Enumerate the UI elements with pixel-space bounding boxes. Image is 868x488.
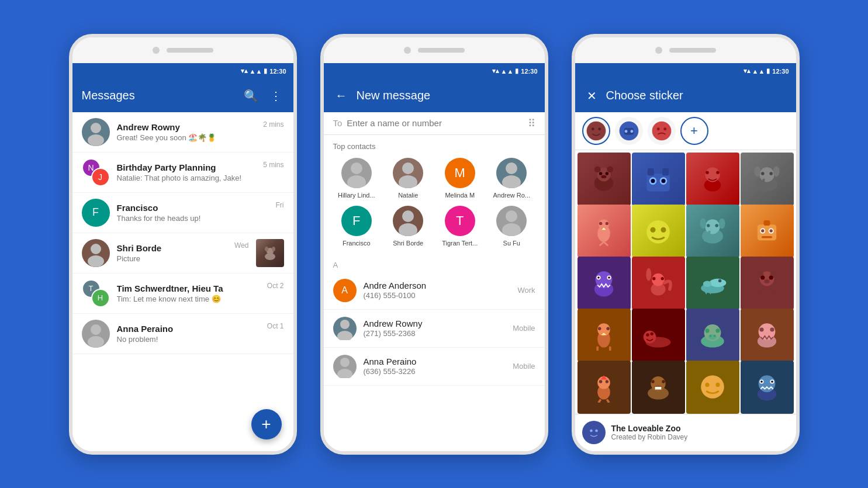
sticker-5[interactable] <box>577 205 631 258</box>
svg-rect-80 <box>764 220 770 226</box>
search-icon[interactable]: 🔍 <box>241 86 261 105</box>
contact-row-andre[interactable]: A Andre Anderson (416) 555-0100 Work <box>324 272 545 310</box>
contact-row-andrew2[interactable]: Andrew Rowny (271) 555-2368 Mobile <box>324 310 545 348</box>
svg-point-77 <box>761 229 764 232</box>
sticker-add-tab[interactable]: + <box>680 117 708 145</box>
sticker-11[interactable] <box>686 257 739 310</box>
contact-name-andre: Andre Anderson <box>364 281 511 290</box>
sticker-16[interactable] <box>741 309 794 362</box>
contact-name-anna2: Anna Peraino <box>364 357 506 366</box>
sticker-17[interactable] <box>577 361 631 414</box>
contact-andrew-r[interactable]: Andrew Ro... <box>488 158 535 199</box>
svg-point-78 <box>770 229 773 232</box>
sticker-20[interactable] <box>741 361 794 414</box>
contact-sufu[interactable]: Su Fu <box>488 206 535 247</box>
sticker-tab-3[interactable] <box>648 117 676 145</box>
message-item-francisco[interactable]: F Francisco Thanks for the heads up! Fri <box>72 193 293 233</box>
top-contacts-row1: Hillary Lind... Natalie M Melinda M <box>333 158 535 199</box>
avatar-anna-svg <box>82 320 110 348</box>
battery-icon-3: ▮ <box>766 67 770 75</box>
svg-line-64 <box>604 242 608 245</box>
sticker-15[interactable] <box>686 309 739 362</box>
sticker-monster1 <box>642 163 674 195</box>
sticker-3[interactable] <box>686 153 739 206</box>
contact-type-andrew2: Mobile <box>513 324 535 333</box>
signal-icon-3: ▲▲ <box>752 68 765 75</box>
menu-icon[interactable]: ⋮ <box>268 86 284 105</box>
message-preview-francisco: Thanks for the heads up! <box>117 214 269 223</box>
sticker-1[interactable] <box>577 153 631 206</box>
svg-rect-138 <box>658 387 661 390</box>
svg-point-128 <box>599 380 602 383</box>
compose-fab[interactable]: + <box>251 409 282 439</box>
sticker-tab-face-icon <box>651 120 672 141</box>
avatar-shri <box>82 239 110 267</box>
sticker-19[interactable] <box>686 361 739 414</box>
sticker-elephant1 <box>751 163 783 195</box>
avatar-andrew <box>82 118 110 146</box>
svg-point-25 <box>591 127 594 130</box>
message-item-tim[interactable]: T H Tim Schwerdtner, Hieu Ta Tim: Let me… <box>72 274 293 314</box>
sticker-lying <box>642 319 674 351</box>
svg-point-16 <box>402 210 414 222</box>
message-item-birthday[interactable]: N J Birthday Party Planning Natalie: Tha… <box>72 153 293 193</box>
contact-name-hillary: Hillary Lind... <box>337 192 376 199</box>
sticker-pack-title: The Loveable Zoo <box>611 424 789 433</box>
top-contacts-row2: F Francisco Shri Borde T Tigran Tert... <box>333 206 535 247</box>
contact-melinda[interactable]: M Melinda M <box>437 158 484 199</box>
dialpad-icon[interactable]: ⠿ <box>528 117 535 130</box>
sticker-4[interactable] <box>741 153 794 206</box>
sticker-9[interactable] <box>577 257 631 310</box>
speaker <box>167 48 213 53</box>
svg-point-67 <box>661 227 666 233</box>
contact-tigran[interactable]: T Tigran Tert... <box>437 206 484 247</box>
svg-point-54 <box>754 166 760 176</box>
sticker-12[interactable] <box>741 257 794 310</box>
avatar-francisco2: F <box>341 206 372 236</box>
sticker-18[interactable] <box>632 361 685 414</box>
contact-natalie[interactable]: Natalie <box>385 158 432 199</box>
back-icon[interactable]: ← <box>333 86 350 105</box>
sticker-6[interactable] <box>632 205 685 258</box>
contact-row-anna2[interactable]: Anna Peraino (636) 555-3226 Mobile <box>324 348 545 386</box>
message-item-anna[interactable]: Anna Peraino No problem! Oct 1 <box>72 314 293 354</box>
message-preview-tim: Tim: Let me know next time 😊 <box>117 295 260 303</box>
svg-point-3 <box>88 255 104 267</box>
svg-point-91 <box>661 277 664 280</box>
message-item-andrew[interactable]: Andrew Rowny Great! See you soon 🏖️🌴🍍 2 … <box>72 112 293 153</box>
sticker-7[interactable] <box>686 205 739 258</box>
sticker-blob <box>642 215 674 247</box>
close-icon[interactable]: ✕ <box>585 86 599 105</box>
svg-point-19 <box>502 223 521 236</box>
svg-point-9 <box>88 336 104 348</box>
message-preview-andrew: Great! See you soon 🏖️🌴🍍 <box>117 133 257 142</box>
sticker-tabs: + <box>575 112 796 150</box>
contact-shri[interactable]: Shri Borde <box>385 206 432 247</box>
message-time-anna: Oct 1 <box>267 322 284 330</box>
sticker-bear1 <box>588 163 620 195</box>
to-input[interactable] <box>347 118 523 128</box>
sticker-14[interactable] <box>632 309 685 362</box>
sticker-8[interactable] <box>741 205 794 258</box>
sticker-13[interactable] <box>577 309 631 362</box>
contact-francisco[interactable]: F Francisco <box>333 206 381 247</box>
svg-point-23 <box>337 369 352 378</box>
speaker-2 <box>418 48 465 53</box>
svg-point-120 <box>714 335 716 337</box>
message-name-birthday: Birthday Party Planning <box>117 162 257 172</box>
svg-point-85 <box>597 276 600 279</box>
sticker-10[interactable] <box>632 257 685 310</box>
svg-point-38 <box>599 172 602 175</box>
message-preview-anna: No problem! <box>117 335 260 344</box>
message-name-francisco: Francisco <box>117 203 269 213</box>
sticker-2[interactable] <box>632 153 685 206</box>
contact-name-tigran: Tigran Tert... <box>440 240 480 247</box>
sticker-tab-1[interactable] <box>582 117 610 145</box>
status-bar-2: ▾▴ ▲▲ ▮ 12:30 <box>324 63 545 79</box>
message-item-shri[interactable]: Shri Borde Picture Wed <box>72 233 293 274</box>
sticker-tab-2[interactable] <box>615 117 643 145</box>
svg-point-112 <box>646 333 649 336</box>
contact-hillary[interactable]: Hillary Lind... <box>333 158 381 199</box>
svg-point-73 <box>715 224 718 227</box>
svg-point-102 <box>765 279 770 283</box>
